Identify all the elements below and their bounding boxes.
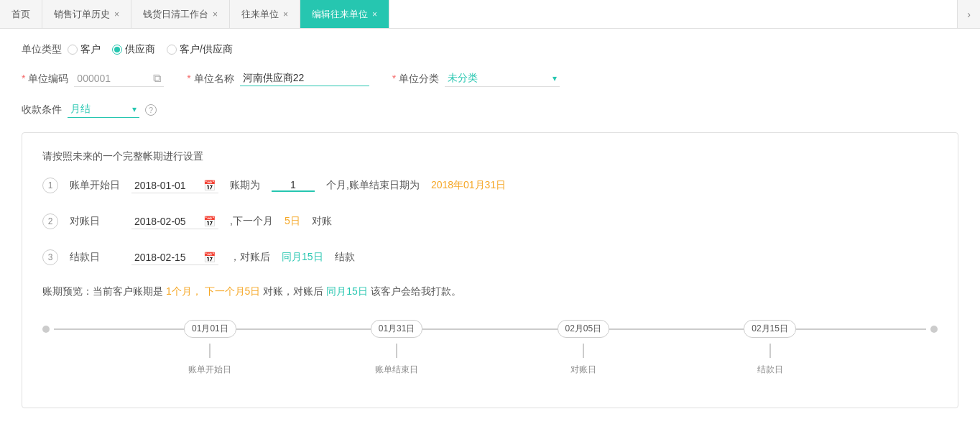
- step-3-highlight: 同月15日: [282, 251, 323, 264]
- radio-customer-label: 客户: [80, 43, 101, 56]
- tab-edit-contact-close[interactable]: ×: [372, 9, 377, 19]
- timeline-left-end: [42, 320, 50, 333]
- radio-supplier-circle: [112, 45, 122, 55]
- unit-type-radio-group: 客户 供应商 客户/供应商: [68, 43, 233, 56]
- radio-customer[interactable]: 客户: [68, 43, 101, 56]
- unit-category-select[interactable]: 未分类 ▾: [445, 70, 560, 87]
- timeline-label-1: 账单结束日: [375, 364, 418, 376]
- step-2-suffix-1: ,下一个月: [230, 215, 273, 228]
- payment-select[interactable]: 月结 ▾: [68, 101, 139, 118]
- tab-cash-flow-close[interactable]: ×: [213, 9, 218, 19]
- unit-category-label: 单位分类: [392, 73, 439, 86]
- step-3-suffix-1: ，对账后: [230, 251, 270, 264]
- unit-category-field: 单位分类 未分类 ▾: [392, 70, 560, 87]
- payment-label: 收款条件: [22, 104, 62, 116]
- timeline-date-2: 02月05日: [558, 320, 610, 338]
- preview-end-text: 该客户会给我打款。: [371, 285, 461, 297]
- preview-reconcile-text: 对账，对账后: [263, 285, 326, 297]
- step-1-date-wrapper: 📅: [131, 178, 218, 193]
- payment-value: 月结: [70, 103, 132, 116]
- tab-sales-history-label: 销售订单历史: [54, 8, 110, 21]
- step-2-row: 2 对账日 📅 ,下一个月 5日 对账: [42, 213, 938, 229]
- step-3-row: 3 结款日 📅 ，对账后 同月15日 结款: [42, 249, 938, 265]
- tab-edit-contact[interactable]: 编辑往来单位 ×: [300, 0, 389, 28]
- step-3-date-input[interactable]: [134, 252, 199, 263]
- timeline-connector-0: [209, 344, 211, 358]
- step-2-date-input[interactable]: [134, 216, 199, 227]
- card-hint: 请按照未来的一个完整帐期进行设置: [42, 150, 938, 163]
- timeline-date-0: 01月01日: [184, 320, 236, 338]
- step-1-row: 1 账单开始日 📅 账期为 个月,账单结束日期为 2018年01月31日: [42, 178, 938, 193]
- step-1-number: 1: [42, 178, 58, 193]
- tab-cash-flow-label: 钱货日清工作台: [143, 8, 208, 21]
- step-1-date-input[interactable]: [134, 180, 199, 191]
- timeline-date-3: 02月15日: [744, 320, 796, 338]
- step-2-label: 对账日: [70, 215, 120, 228]
- payment-row: 收款条件 月结 ▾ ?: [22, 101, 958, 118]
- step-1-period-unit: 个月,账单结束日期为: [326, 179, 420, 192]
- copy-icon[interactable]: ⧉: [153, 72, 161, 85]
- step-1-period-input[interactable]: [272, 179, 315, 192]
- unit-type-field: 单位类型 客户 供应商 客户/供应商: [22, 43, 233, 56]
- timeline-end-dot: [930, 326, 938, 333]
- tab-sales-history[interactable]: 销售订单历史 ×: [42, 0, 131, 28]
- timeline-label-3: 结款日: [757, 364, 783, 376]
- tab-contacts[interactable]: 往来单位 ×: [230, 0, 300, 28]
- timeline: 01月01日 账单开始日 01月31日 账单结束日 02月05日 对账日 02月…: [42, 313, 938, 390]
- tab-contacts-close[interactable]: ×: [283, 9, 288, 19]
- chevron-right-icon: ›: [967, 9, 971, 20]
- radio-both-circle: [167, 45, 177, 55]
- unit-name-label: 单位名称: [187, 73, 234, 86]
- step-1-period-label: 账期为: [230, 179, 260, 192]
- unit-code-label: 单位编码: [22, 73, 68, 86]
- dropdown-arrow-icon: ▾: [553, 73, 557, 83]
- step-1-calendar-icon[interactable]: 📅: [203, 180, 216, 191]
- preview-reconcile-date: 下一个月5日: [205, 285, 261, 297]
- radio-supplier-label: 供应商: [125, 43, 155, 56]
- step-3-label: 结款日: [70, 251, 120, 264]
- timeline-label-2: 对账日: [570, 364, 596, 376]
- unit-code-input[interactable]: [77, 73, 149, 84]
- unit-category-value: 未分类: [448, 72, 553, 85]
- timeline-item-0: 01月01日 账单开始日: [184, 320, 236, 376]
- help-icon[interactable]: ?: [145, 104, 157, 116]
- radio-both[interactable]: 客户/供应商: [167, 43, 233, 56]
- tab-contacts-label: 往来单位: [241, 8, 279, 21]
- tab-bar: 首页 销售订单历史 × 钱货日清工作台 × 往来单位 × 编辑往来单位 × ›: [0, 0, 980, 29]
- tab-home[interactable]: 首页: [0, 0, 42, 28]
- payment-dropdown-arrow-icon: ▾: [132, 104, 137, 114]
- timeline-right-end: [930, 320, 938, 333]
- radio-customer-circle: [68, 45, 78, 55]
- tab-edit-contact-label: 编辑往来单位: [312, 8, 368, 21]
- tab-cash-flow[interactable]: 钱货日清工作台 ×: [131, 0, 230, 28]
- timeline-item-1: 01月31日 账单结束日: [371, 320, 423, 376]
- step-3-number: 3: [42, 249, 58, 265]
- step-3-date-wrapper: 📅: [131, 250, 218, 265]
- preview-label: 账期预览：当前客户账期是: [42, 285, 163, 297]
- billing-card: 请按照未来的一个完整帐期进行设置 1 账单开始日 📅 账期为 个月,账单结束日期…: [22, 132, 958, 408]
- step-1-end-date: 2018年01月31日: [431, 179, 506, 192]
- timeline-items: 01月01日 账单开始日 01月31日 账单结束日 02月05日 对账日 02月…: [42, 320, 938, 376]
- tab-collapse-button[interactable]: ›: [957, 0, 980, 28]
- timeline-date-1: 01月31日: [371, 320, 423, 338]
- step-2-calendar-icon[interactable]: 📅: [203, 216, 216, 227]
- timeline-label-0: 账单开始日: [188, 364, 231, 376]
- payment-field: 收款条件 月结 ▾ ?: [22, 101, 157, 118]
- unit-code-field: 单位编码 ⧉: [22, 70, 164, 87]
- unit-type-row: 单位类型 客户 供应商 客户/供应商: [22, 43, 958, 56]
- timeline-connector-2: [583, 344, 584, 358]
- step-2-suffix-2: 对账: [312, 215, 332, 228]
- step-1-label: 账单开始日: [70, 179, 120, 192]
- step-3-calendar-icon[interactable]: 📅: [203, 252, 216, 263]
- preview-period: 1个月，: [166, 285, 202, 297]
- main-content: 单位类型 客户 供应商 客户/供应商 单位编码: [0, 29, 980, 437]
- timeline-item-2: 02月05日 对账日: [558, 320, 610, 376]
- radio-supplier[interactable]: 供应商: [112, 43, 155, 56]
- step-2-highlight: 5日: [285, 215, 300, 228]
- step-2-date-wrapper: 📅: [131, 214, 218, 229]
- tab-sales-history-close[interactable]: ×: [114, 9, 119, 19]
- unit-name-input[interactable]: [240, 71, 369, 86]
- preview-text-row: 账期预览：当前客户账期是 1个月， 下一个月5日 对账，对账后 同月15日 该客…: [42, 285, 938, 298]
- step-3-suffix-2: 结款: [335, 251, 355, 264]
- step-2-number: 2: [42, 213, 58, 229]
